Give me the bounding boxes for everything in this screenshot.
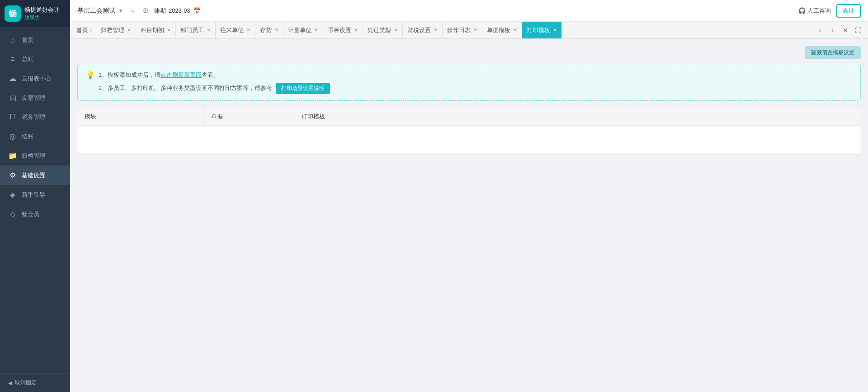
tax-icon: ⛩ <box>8 113 17 121</box>
col-print-template: 打印模板 <box>294 108 861 125</box>
company-name[interactable]: 基层工会测试 ▼ <box>77 7 123 15</box>
headset-icon: 🎧 <box>798 7 806 14</box>
refresh-page-link[interactable]: 点击刷新新页面 <box>160 71 202 78</box>
tab-print-close-icon[interactable]: ✕ <box>553 27 557 33</box>
col-receipt: 单据 <box>204 108 294 125</box>
tab-inventory-close-icon[interactable]: ✕ <box>274 27 278 33</box>
info-text-2: 2、多员工、多打印机、多种业务类型设置不同打印方案等，请参考 打印场景设置说明 <box>99 83 330 94</box>
tab-currency-close-icon[interactable]: ✕ <box>354 27 358 33</box>
page-content: 隐藏预置模板设置 💡 1、模板添加成功后，请点击刷新新页面查看。 💡 2、多员工… <box>70 39 868 392</box>
tab-partner-close-icon[interactable]: ✕ <box>246 27 250 33</box>
sidebar: 畅 畅捷通好会计 旗舰版 ⌂ 首页 ≡ 总账 ☁ 云报表中心 ▤ 发票管理 ⛩ … <box>0 0 70 392</box>
sidebar-item-ledger[interactable]: ≡ 总账 <box>0 50 70 69</box>
unpin-icon: ◀ <box>8 380 12 386</box>
settings-icon: ⚙ <box>8 171 17 179</box>
sidebar-nav: ⌂ 首页 ≡ 总账 ☁ 云报表中心 ▤ 发票管理 ⛩ 税务管理 ◎ 结账 📁 归… <box>0 27 70 373</box>
ledger-icon: ≡ <box>8 55 17 63</box>
sidebar-item-member[interactable]: ◇ 畅会员 <box>0 204 70 224</box>
member-icon: ◇ <box>8 210 17 218</box>
tab-finance-close-icon[interactable]: ✕ <box>434 27 438 33</box>
main-area: 基层工会测试 ▼ ＋ ⚙ 账期 2023-03 📅 🎧 人工咨询 会计 首页 ‹… <box>70 0 868 392</box>
sidebar-item-archive[interactable]: 📁 归档管理 <box>0 146 70 165</box>
print-scene-button[interactable]: 打印场景设置说明 <box>276 83 330 94</box>
sidebar-item-invoice[interactable]: ▤ 发票管理 <box>0 88 70 108</box>
info-row-1: 💡 1、模板添加成功后，请点击刷新新页面查看。 <box>86 71 852 80</box>
period-display: 账期 2023-03 📅 <box>154 7 201 15</box>
tab-subjects-close-icon[interactable]: ✕ <box>167 27 171 33</box>
hide-template-button[interactable]: 隐藏预置模板设置 <box>805 46 861 59</box>
company-dropdown-icon: ▼ <box>118 8 123 14</box>
cloud-icon: ☁ <box>8 74 17 83</box>
calendar-icon[interactable]: 📅 <box>193 7 201 14</box>
hide-template-bar: 隐藏预置模板设置 <box>77 46 861 59</box>
sidebar-unpin-button[interactable]: ◀ 取消固定 <box>0 373 70 392</box>
invoice-icon: ▤ <box>8 94 17 102</box>
print-template-table: 模块 单据 打印模板 <box>77 108 861 153</box>
home-chevron-icon: ‹ <box>90 22 92 39</box>
sidebar-item-guide[interactable]: ◈ 新手引导 <box>0 185 70 204</box>
tab-close-all-button[interactable]: ✕ <box>840 25 851 36</box>
sidebar-logo: 畅 畅捷通好会计 旗舰版 <box>0 0 70 27</box>
guide-icon: ◈ <box>8 190 17 199</box>
tab-finance[interactable]: 财税设置 ✕ <box>403 22 443 39</box>
tab-unit[interactable]: 计量单位 ✕ <box>283 22 323 39</box>
top-header: 基层工会测试 ▼ ＋ ⚙ 账期 2023-03 📅 🎧 人工咨询 会计 <box>70 0 868 22</box>
tab-scroll-left-button[interactable]: ‹ <box>815 25 826 36</box>
tab-currency[interactable]: 币种设置 ✕ <box>323 22 363 39</box>
sidebar-item-reports[interactable]: ☁ 云报表中心 <box>0 69 70 88</box>
tab-oplog-close-icon[interactable]: ✕ <box>473 27 477 33</box>
closing-icon: ◎ <box>8 132 17 141</box>
sidebar-item-home[interactable]: ⌂ 首页 <box>0 31 70 50</box>
logo-text: 畅捷通好会计 旗舰版 <box>24 6 60 20</box>
tab-archive[interactable]: 归档管理 ✕ <box>96 22 136 39</box>
tab-staff-close-icon[interactable]: ✕ <box>207 27 211 33</box>
tab-home[interactable]: 首页 ‹ <box>72 22 96 39</box>
tab-oplog[interactable]: 操作日志 ✕ <box>443 22 482 39</box>
customer-service-button[interactable]: 🎧 人工咨询 <box>798 7 831 15</box>
header-settings-icon[interactable]: ⚙ <box>142 6 149 15</box>
tab-subjects[interactable]: 科目期初 ✕ <box>136 22 176 39</box>
sidebar-item-tax[interactable]: ⛩ 税务管理 <box>0 108 70 127</box>
info-box: 💡 1、模板添加成功后，请点击刷新新页面查看。 💡 2、多员工、多打印机、多种业… <box>77 64 861 101</box>
tab-receipt-close-icon[interactable]: ✕ <box>513 27 517 33</box>
tab-inventory[interactable]: 存货 ✕ <box>255 22 283 39</box>
col-module: 模块 <box>77 108 204 125</box>
sidebar-item-settings[interactable]: ⚙ 基础设置 <box>0 165 70 185</box>
sidebar-item-closing[interactable]: ◎ 结账 <box>0 127 70 146</box>
tab-scroll-right-button[interactable]: › <box>827 25 838 36</box>
tab-print[interactable]: 打印模板 ✕ <box>522 22 562 39</box>
tab-staff[interactable]: 部门员工 ✕ <box>176 22 216 39</box>
tab-partner[interactable]: 往来单位 ✕ <box>216 22 255 39</box>
table-body <box>77 126 861 153</box>
tab-expand-button[interactable]: ⛶ <box>853 25 863 36</box>
info-text-1: 1、模板添加成功后，请点击刷新新页面查看。 <box>99 71 219 80</box>
tab-receipt[interactable]: 单据模板 ✕ <box>482 22 522 39</box>
tab-voucher[interactable]: 凭证类型 ✕ <box>363 22 403 39</box>
tab-archive-close-icon[interactable]: ✕ <box>127 27 131 33</box>
info-row-2: 💡 2、多员工、多打印机、多种业务类型设置不同打印方案等，请参考 打印场景设置说… <box>86 83 852 94</box>
add-tab-button[interactable]: ＋ <box>129 5 137 16</box>
tab-bar: 首页 ‹ 归档管理 ✕ 科目期初 ✕ 部门员工 ✕ 往来单位 ✕ 存货 ✕ 计量… <box>70 22 868 39</box>
logo-icon: 畅 <box>5 5 21 22</box>
bulb-icon: 💡 <box>86 71 95 80</box>
table-header: 模块 单据 打印模板 <box>77 108 861 126</box>
tab-voucher-close-icon[interactable]: ✕ <box>394 27 398 33</box>
tab-unit-close-icon[interactable]: ✕ <box>314 27 318 33</box>
tab-controls: ‹ › ✕ ⛶ <box>812 25 866 36</box>
account-button[interactable]: 会计 <box>836 4 861 18</box>
archive-icon: 📁 <box>8 151 17 160</box>
home-icon: ⌂ <box>8 36 17 44</box>
